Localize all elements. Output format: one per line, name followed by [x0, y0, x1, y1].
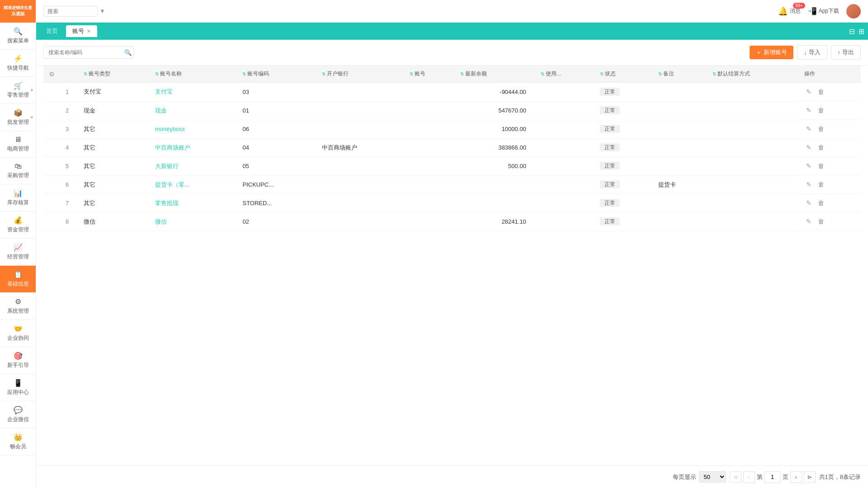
delete-row-button[interactable]: 🗑 [816, 124, 826, 133]
delete-row-button[interactable]: 🗑 [816, 143, 826, 152]
edit-row-button[interactable]: ✎ [804, 161, 813, 170]
delete-row-button[interactable]: 🗑 [816, 87, 826, 96]
col-account[interactable]: ⇅账号 [404, 66, 455, 83]
edit-row-button[interactable]: ✎ [804, 87, 813, 96]
app-download-button[interactable]: 📲 App下载 [808, 7, 839, 15]
row-name: 提货卡（零... [150, 175, 237, 194]
finance-icon: 💰 [14, 216, 23, 225]
tab-close-icon[interactable]: ✕ [87, 28, 91, 34]
delete-row-button[interactable]: 🗑 [816, 217, 826, 226]
content-toolbar: 🔍 ＋ 新增账号 ↓ 导入 ↑ 导出 [36, 40, 868, 66]
col-name[interactable]: ⇅账号名称 [150, 66, 237, 83]
sidebar-item-ecommerce[interactable]: 🖥 电商管理 [0, 131, 36, 158]
row-default-payment [707, 157, 799, 175]
sidebar-item-label: 搜索菜单 [7, 37, 29, 45]
row-bank [316, 101, 404, 120]
row-actions: ✎ 🗑 [799, 157, 861, 175]
edit-row-button[interactable]: ✎ [804, 124, 813, 133]
col-code[interactable]: ⇅账号编码 [237, 66, 316, 83]
message-button[interactable]: 🔔 99+ 消息 [778, 6, 801, 16]
new-account-button[interactable]: ＋ 新增账号 [750, 46, 793, 59]
sidebar-item-member[interactable]: 👑 畅会员 [0, 428, 36, 455]
column-settings-icon[interactable]: ⚙ [49, 70, 55, 78]
tab-bar: 首页 账号 ✕ ⊟ ⊞ [36, 23, 868, 40]
col-balance[interactable]: ⇅最新余额 [455, 66, 535, 83]
col-bank[interactable]: ⇅开户银行 [316, 66, 404, 83]
search-input[interactable] [44, 47, 121, 58]
col-status[interactable]: ⇅状态 [594, 66, 653, 83]
topbar-search-input[interactable] [43, 6, 98, 17]
plus-icon: ＋ [756, 48, 762, 56]
row-settings [43, 120, 60, 138]
guide-icon: 🎯 [14, 352, 23, 360]
sidebar-item-label: 应用中心 [7, 389, 29, 396]
row-default-payment [707, 212, 799, 231]
edit-row-button[interactable]: ✎ [804, 198, 813, 207]
col-action: 操作 [799, 66, 861, 83]
import-button[interactable]: ↓ 导入 [797, 45, 827, 60]
row-remark: 提货卡 [653, 175, 707, 194]
sidebar-item-retail[interactable]: 🛒 零售管理 ▼ [0, 77, 36, 104]
sidebar-item-finance[interactable]: 💰 资金管理 [0, 211, 36, 239]
row-code: STORED... [237, 194, 316, 212]
sidebar-item-wholesale[interactable]: 📦 批发管理 ▼ [0, 104, 36, 131]
row-settings [43, 138, 60, 157]
row-balance: 10000.00 [455, 120, 535, 138]
topbar: ▼ 🔔 99+ 消息 📲 App下载 [36, 0, 868, 23]
sidebar-item-guide[interactable]: 🎯 新手引导 [0, 347, 36, 374]
sidebar-item-search-menu[interactable]: 🔍 搜索菜单 [0, 23, 36, 50]
edit-row-button[interactable]: ✎ [804, 143, 813, 152]
sidebar-nav: 🔍 搜索菜单 ⚡ 快捷导航 🛒 零售管理 ▼ 📦 批发管理 ▼ 🖥 电商管理 🛍… [0, 23, 36, 488]
prev-page-button[interactable]: ‹ [743, 471, 755, 483]
edit-row-button[interactable]: ✎ [804, 106, 813, 115]
first-page-button[interactable]: ⊲ [730, 471, 741, 483]
sidebar-item-purchase[interactable]: 🛍 采购管理 [0, 158, 36, 184]
row-account [404, 101, 455, 120]
row-balance: 28241.10 [455, 212, 535, 231]
search-button[interactable]: 🔍 [121, 47, 134, 58]
sidebar-item-quick-nav[interactable]: ⚡ 快捷导航 [0, 50, 36, 77]
minimize-icon[interactable]: ⊟ [849, 27, 855, 36]
delete-row-button[interactable]: 🗑 [816, 106, 826, 115]
export-icon: ↑ [838, 49, 841, 56]
table-row: 4 其它 中百商场账户 04 中百商场账户 383866.00 正常 ✎ 🗑 [43, 138, 861, 157]
maximize-icon[interactable]: ⊞ [859, 27, 864, 36]
tab-account[interactable]: 账号 ✕ [66, 25, 97, 37]
sidebar-item-operations[interactable]: 📈 经营管理 [0, 239, 36, 266]
col-default-payment[interactable]: ⇅默认结算方式 [707, 66, 799, 83]
sidebar-item-inventory[interactable]: 📊 库存核算 [0, 184, 36, 211]
tab-home[interactable]: 首页 [40, 25, 64, 37]
row-settings [43, 194, 60, 212]
sidebar-item-basic-info[interactable]: 📋 基础信息 [0, 266, 36, 293]
sidebar-item-app-center[interactable]: 📱 应用中心 [0, 374, 36, 401]
user-avatar[interactable] [846, 4, 861, 19]
row-usage [535, 212, 594, 231]
topbar-dropdown-icon[interactable]: ▼ [99, 8, 105, 14]
delete-row-button[interactable]: 🗑 [816, 198, 826, 207]
sidebar-item-label: 企业协同 [7, 334, 29, 342]
delete-row-button[interactable]: 🗑 [816, 161, 826, 170]
row-settings [43, 212, 60, 231]
row-account [404, 157, 455, 175]
next-page-button[interactable]: › [790, 471, 802, 483]
sidebar-item-system[interactable]: ⚙ 系统管理 [0, 293, 36, 320]
col-usage[interactable]: ⇅使用... [535, 66, 594, 83]
sidebar-item-wechat[interactable]: 💬 企业微信 [0, 401, 36, 428]
page-number-input[interactable] [764, 471, 781, 483]
col-type[interactable]: ⇅账号类型 [78, 66, 150, 83]
row-index: 5 [60, 157, 78, 175]
delete-row-button[interactable]: 🗑 [816, 180, 826, 189]
topbar-search: ▼ [43, 6, 105, 17]
per-page-select[interactable]: 50 100 200 [699, 471, 726, 483]
sidebar-item-enterprise[interactable]: 🤝 企业协同 [0, 320, 36, 347]
col-remark[interactable]: ⇅备注 [653, 66, 707, 83]
sidebar: 精准进销存生意 乐鹿版 🔍 搜索菜单 ⚡ 快捷导航 🛒 零售管理 ▼ 📦 批发管… [0, 0, 36, 488]
export-button[interactable]: ↑ 导出 [831, 45, 861, 60]
last-page-button[interactable]: ⊳ [804, 471, 816, 483]
col-settings[interactable]: ⚙ [43, 66, 60, 83]
row-bank [316, 175, 404, 194]
edit-row-button[interactable]: ✎ [804, 217, 813, 226]
row-index: 8 [60, 212, 78, 231]
sidebar-item-label: 快捷导航 [7, 64, 29, 72]
edit-row-button[interactable]: ✎ [804, 180, 813, 189]
